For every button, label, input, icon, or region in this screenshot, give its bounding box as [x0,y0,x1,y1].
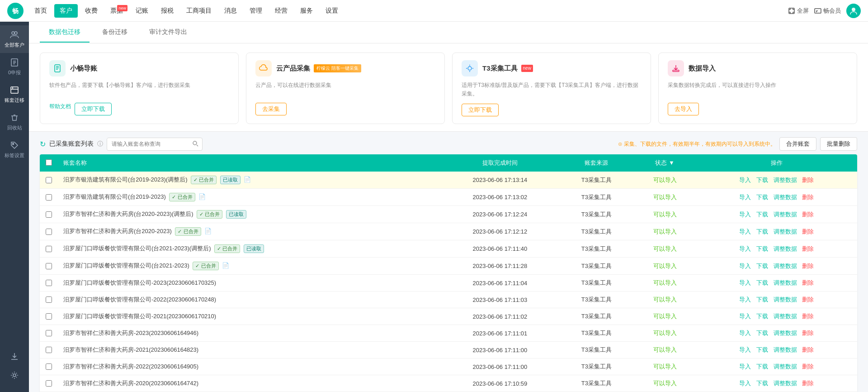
action-import[interactable]: 导入 [739,296,751,303]
action-import[interactable]: 导入 [739,380,751,387]
action-download[interactable]: 下载 [756,194,768,201]
user-avatar[interactable] [846,4,861,18]
row-checkbox[interactable] [46,363,52,370]
nav-tax[interactable]: 报税 [156,4,179,18]
help-info-icon[interactable]: ⓘ [97,140,103,148]
sidebar-item-zero-declare[interactable]: 0申报 [0,53,29,81]
row-checkbox[interactable] [46,229,52,235]
action-delete[interactable]: 删除 [802,245,814,252]
action-delete[interactable]: 删除 [802,228,814,235]
action-import[interactable]: 导入 [739,245,751,252]
action-delete[interactable]: 删除 [802,330,814,336]
action-delete[interactable]: 删除 [802,177,814,183]
action-adjust[interactable]: 调整数据 [774,228,797,235]
row-checkbox[interactable] [46,296,52,303]
action-import[interactable]: 导入 [739,330,751,336]
header-checkbox[interactable] [40,154,58,172]
action-import[interactable]: 导入 [739,194,751,201]
nav-fee[interactable]: 收费 [80,4,103,18]
fullscreen-btn[interactable]: 全屏 [788,7,809,15]
action-download[interactable]: 下载 [756,211,768,218]
action-adjust[interactable]: 调整数据 [774,279,797,286]
row-checkbox[interactable] [46,330,52,336]
refresh-icon[interactable]: ↻ [40,140,46,148]
action-download[interactable]: 下载 [756,228,768,235]
nav-client[interactable]: 客户 [54,4,78,18]
row-checkbox[interactable] [46,263,52,269]
action-import[interactable]: 导入 [739,228,751,235]
nav-bookkeeping[interactable]: 记账 [130,4,154,18]
cloud-collect-btn[interactable]: 去采集 [255,103,287,115]
action-delete[interactable]: 删除 [802,279,814,286]
action-import[interactable]: 导入 [739,263,751,269]
action-adjust[interactable]: 调整数据 [774,263,797,269]
row-checkbox[interactable] [46,313,52,320]
search-input[interactable] [107,139,189,149]
action-download[interactable]: 下载 [756,313,768,320]
sidebar-item-download[interactable] [9,347,19,366]
select-all-checkbox[interactable] [46,159,52,166]
action-download[interactable]: 下载 [756,363,768,370]
action-import[interactable]: 导入 [739,211,751,218]
app-logo[interactable]: 畅 [7,3,24,19]
nav-invoice[interactable]: 票据 new [105,4,128,18]
action-adjust[interactable]: 调整数据 [774,245,797,252]
nav-industry[interactable]: 工商项目 [181,4,217,18]
xichang-download-btn[interactable]: 立即下载 [75,103,112,115]
batch-delete-btn[interactable]: 批量删除 [820,137,857,151]
action-download[interactable]: 下载 [756,177,768,183]
sidebar-item-tag-settings[interactable]: 标签设置 [0,136,29,163]
action-import[interactable]: 导入 [739,346,751,353]
action-adjust[interactable]: 调整数据 [774,380,797,387]
action-import[interactable]: 导入 [739,279,751,286]
sidebar-item-recycle[interactable]: 回收站 [0,108,29,136]
xichang-help-link[interactable]: 帮助文档 [49,103,71,115]
nav-management[interactable]: 管理 [244,4,268,18]
action-adjust[interactable]: 调整数据 [774,296,797,303]
action-import[interactable]: 导入 [739,313,751,320]
row-checkbox[interactable] [46,347,52,353]
action-download[interactable]: 下载 [756,296,768,303]
import-go-btn[interactable]: 去导入 [668,103,699,115]
sidebar-item-account-migrate[interactable]: 账套迁移 [0,81,29,108]
action-download[interactable]: 下载 [756,380,768,387]
nav-settings[interactable]: 设置 [320,4,344,18]
row-checkbox[interactable] [46,177,52,183]
search-button[interactable] [189,138,202,150]
action-delete[interactable]: 删除 [802,211,814,218]
tab-data-package[interactable]: 数据包迁移 [40,23,90,43]
row-checkbox[interactable] [46,211,52,218]
header-status[interactable]: 状态 ▼ [634,154,696,172]
action-import[interactable]: 导入 [739,363,751,370]
action-download[interactable]: 下载 [756,263,768,269]
action-adjust[interactable]: 调整数据 [774,330,797,336]
action-adjust[interactable]: 调整数据 [774,363,797,370]
action-download[interactable]: 下载 [756,279,768,286]
nav-message[interactable]: 消息 [219,4,242,18]
action-adjust[interactable]: 调整数据 [774,177,797,183]
row-checkbox[interactable] [46,280,52,286]
sidebar-item-all-clients[interactable]: 全部客户 [0,25,29,53]
action-delete[interactable]: 删除 [802,194,814,201]
action-adjust[interactable]: 调整数据 [774,211,797,218]
action-import[interactable]: 导入 [739,177,751,183]
action-delete[interactable]: 删除 [802,380,814,387]
row-checkbox[interactable] [46,380,52,387]
member-btn[interactable]: 畅会员 [814,7,841,15]
action-download[interactable]: 下载 [756,346,768,353]
nav-operation[interactable]: 经营 [269,4,293,18]
action-delete[interactable]: 删除 [802,313,814,320]
action-download[interactable]: 下载 [756,245,768,252]
action-adjust[interactable]: 调整数据 [774,194,797,201]
t3-download-btn[interactable]: 立即下载 [462,104,499,116]
action-delete[interactable]: 删除 [802,296,814,303]
action-delete[interactable]: 删除 [802,363,814,370]
row-checkbox[interactable] [46,194,52,201]
tab-audit-export[interactable]: 审计文件导出 [140,23,196,43]
action-download[interactable]: 下载 [756,330,768,336]
nav-service[interactable]: 服务 [295,4,318,18]
action-delete[interactable]: 删除 [802,263,814,269]
tab-backup-migrate[interactable]: 备份迁移 [93,23,137,43]
action-adjust[interactable]: 调整数据 [774,346,797,353]
row-checkbox[interactable] [46,246,52,252]
